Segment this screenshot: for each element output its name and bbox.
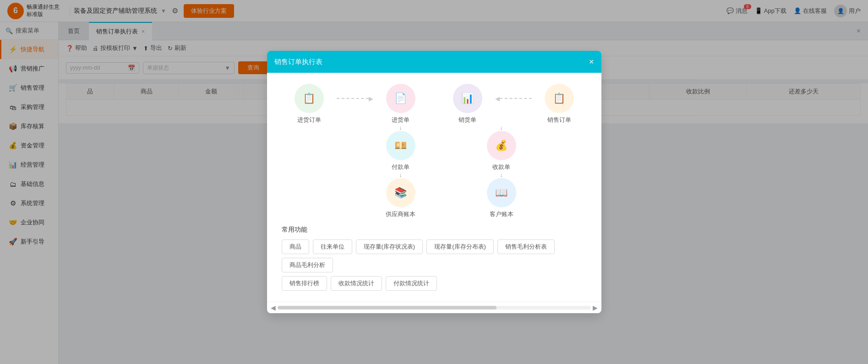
- flow-row-3: 📚 供应商账本 📖 客户账本: [282, 178, 587, 218]
- down-arrow-customer: ↓: [474, 171, 529, 178]
- sale-bill-label: 销货单: [459, 116, 476, 124]
- cf-btn-product-gross[interactable]: 商品毛利分析: [282, 258, 333, 272]
- purchase-bill-circle: 📄: [386, 84, 415, 113]
- flow-left: 📋 进货订单 ▶ 📄 进货单: [282, 84, 428, 124]
- sale-order-node: 📋 销售订单: [532, 84, 587, 124]
- cf-btn-sales-rank[interactable]: 销售排行榜: [282, 276, 327, 291]
- payment-label: 付款单: [392, 163, 409, 171]
- h-arrow-1: ▶: [337, 95, 373, 113]
- payment-circle: 💴: [386, 131, 415, 160]
- purchase-bill-node: 📄 进货单: [373, 84, 428, 124]
- modal-body: 📋 进货订单 ▶ 📄 进货单: [267, 73, 601, 302]
- sale-order-label: 销售订单: [547, 116, 571, 124]
- sale-order-circle: 📋: [545, 84, 574, 113]
- flow-row-arrows2: ↓ ↓: [282, 171, 587, 178]
- payment-node: 💴 付款单: [373, 131, 428, 171]
- receipt-circle: 💰: [487, 131, 516, 160]
- modal-close-button[interactable]: ×: [589, 57, 594, 67]
- down-arrow-receipt: ↓: [474, 124, 529, 131]
- cf-btn-gross-analysis[interactable]: 销售毛利分析表: [497, 239, 555, 254]
- cf-btn-receipt-stat[interactable]: 收款情况统计: [331, 276, 382, 291]
- scroll-left-button[interactable]: ◀: [271, 304, 276, 311]
- flow-row-2: 💴 付款单 💰 收款单: [282, 131, 587, 171]
- common-functions: 常用功能 商品 往来单位 现存量(库存状况表) 现存量(库存分布表) 销售毛利分…: [282, 226, 587, 291]
- cf-btn-stock-status[interactable]: 现存量(库存状况表): [356, 239, 423, 254]
- modal-title: 销售订单执行表: [274, 58, 322, 66]
- supplier-account-node: 📚 供应商账本: [373, 178, 428, 218]
- down-arrow-supplier: ↓: [373, 171, 428, 178]
- cf-title: 常用功能: [282, 226, 587, 234]
- cf-buttons-row2: 销售排行榜 收款情况统计 付款情况统计: [282, 276, 587, 291]
- cf-btn-stock-dist[interactable]: 现存量(库存分布表): [426, 239, 494, 254]
- cf-buttons: 商品 往来单位 现存量(库存状况表) 现存量(库存分布表) 销售毛利分析表 商品…: [282, 239, 587, 272]
- purchase-order-label: 进货订单: [297, 116, 321, 124]
- scroll-right-button[interactable]: ▶: [593, 304, 598, 311]
- h-arrow-2: ◀: [495, 95, 532, 113]
- modal-scrollbar: ◀ ▶: [267, 302, 601, 313]
- flow-right: 📊 销货单 ◀ 📋 销售订单: [440, 84, 587, 124]
- flow-row-arrows: ↓ ↓: [282, 124, 587, 131]
- down-arrow-payment: ↓: [373, 124, 428, 131]
- customer-account-circle: 📖: [487, 178, 516, 207]
- cf-btn-product[interactable]: 商品: [282, 239, 309, 254]
- supplier-account-label: 供应商账本: [386, 210, 415, 218]
- purchase-bill-label: 进货单: [392, 116, 409, 124]
- customer-account-label: 客户账本: [490, 210, 513, 218]
- customer-account-node: 📖 客户账本: [474, 178, 529, 218]
- scrollbar-thumb: [278, 306, 497, 310]
- sale-bill-node: 📊 销货单: [440, 84, 495, 124]
- modal: 销售订单执行表 × 📋 进货订单: [267, 51, 601, 313]
- cf-btn-payment-stat[interactable]: 付款情况统计: [386, 276, 437, 291]
- receipt-label: 收款单: [492, 163, 510, 171]
- purchase-order-node: 📋 进货订单: [282, 84, 337, 124]
- flow-row-1: 📋 进货订单 ▶ 📄 进货单: [282, 84, 587, 124]
- receipt-node: 💰 收款单: [474, 131, 529, 171]
- flow-diagram: 📋 进货订单 ▶ 📄 进货单: [282, 84, 587, 218]
- sale-bill-circle: 📊: [453, 84, 482, 113]
- supplier-account-circle: 📚: [386, 178, 415, 207]
- scrollbar-track: [278, 306, 591, 310]
- purchase-order-circle: 📋: [295, 84, 324, 113]
- cf-btn-partner[interactable]: 往来单位: [313, 239, 352, 254]
- modal-header: 销售订单执行表 ×: [267, 51, 601, 73]
- modal-overlay[interactable]: 销售订单执行表 × 📋 进货订单: [0, 0, 868, 364]
